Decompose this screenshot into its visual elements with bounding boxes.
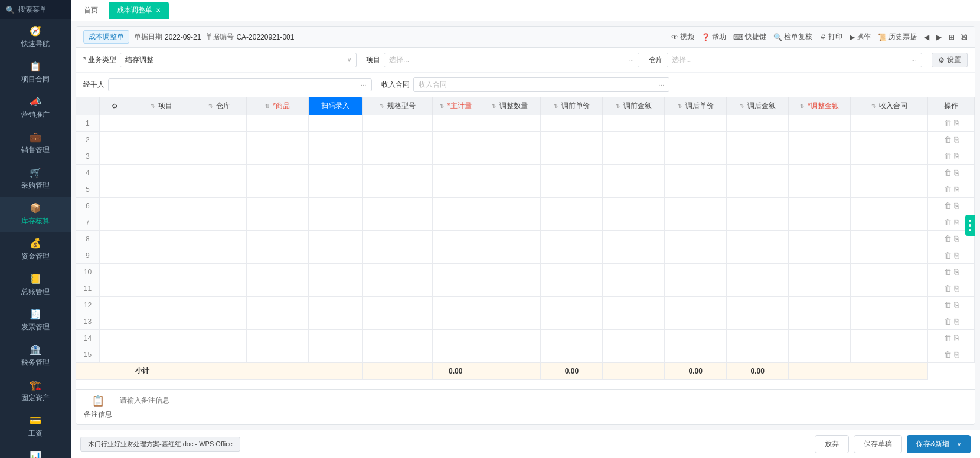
table-cell[interactable] xyxy=(479,115,541,132)
table-cell[interactable] xyxy=(541,181,603,198)
table-cell[interactable] xyxy=(727,148,789,165)
discard-button[interactable]: 放弃 xyxy=(815,435,849,453)
table-cell[interactable] xyxy=(603,148,665,165)
table-cell[interactable] xyxy=(192,148,247,165)
table-cell[interactable] xyxy=(99,297,130,313)
table-cell[interactable] xyxy=(192,280,247,297)
table-cell[interactable] xyxy=(603,165,665,181)
warehouse-input[interactable]: 选择... ··· xyxy=(667,53,922,67)
table-cell[interactable] xyxy=(727,198,789,214)
sidebar-item-ops-mgmt[interactable]: 📊 经营管理 xyxy=(0,444,71,458)
table-cell[interactable] xyxy=(789,181,851,198)
table-cell[interactable] xyxy=(432,181,479,198)
table-cell[interactable] xyxy=(665,115,727,132)
table-cell[interactable] xyxy=(603,214,665,231)
copy-row-icon[interactable]: ⎘ xyxy=(953,152,960,161)
delete-row-icon[interactable]: 🗑 xyxy=(943,317,953,326)
table-cell[interactable] xyxy=(362,214,432,231)
table-cell[interactable] xyxy=(479,313,541,330)
table-cell[interactable] xyxy=(603,330,665,346)
table-cell[interactable] xyxy=(479,346,541,363)
table-cell[interactable] xyxy=(479,198,541,214)
prev-action-btn[interactable]: ◀ xyxy=(924,33,929,41)
table-wrapper[interactable]: ⚙ ⇅ 项目 ⇅ 仓库 ⇅ xyxy=(76,97,975,389)
help-action-btn[interactable]: ❓ 帮助 xyxy=(701,32,726,42)
table-cell[interactable] xyxy=(789,115,851,132)
table-cell[interactable] xyxy=(479,132,541,148)
table-cell[interactable] xyxy=(665,214,727,231)
delete-row-icon[interactable]: 🗑 xyxy=(943,333,953,342)
table-cell[interactable] xyxy=(603,198,665,214)
delete-row-icon[interactable]: 🗑 xyxy=(943,218,953,227)
table-cell[interactable] xyxy=(308,165,362,181)
table-cell[interactable] xyxy=(665,231,727,247)
table-cell[interactable] xyxy=(603,346,665,363)
table-cell[interactable] xyxy=(603,280,665,297)
table-cell[interactable] xyxy=(99,346,130,363)
table-cell[interactable] xyxy=(603,247,665,264)
table-cell[interactable] xyxy=(727,214,789,231)
table-cell[interactable] xyxy=(99,181,130,198)
warehouse-col-header[interactable]: ⇅ 仓库 xyxy=(192,97,247,115)
copy-row-icon[interactable]: ⎘ xyxy=(953,168,960,177)
table-cell[interactable] xyxy=(247,165,309,181)
income-contract-col-header[interactable]: ⇅ 收入合同 xyxy=(851,97,928,115)
table-cell[interactable] xyxy=(130,132,192,148)
expand1-action-btn[interactable]: ⊞ xyxy=(949,33,955,41)
table-cell[interactable] xyxy=(99,148,130,165)
table-cell[interactable] xyxy=(541,264,603,280)
table-cell[interactable] xyxy=(130,181,192,198)
table-cell[interactable] xyxy=(665,280,727,297)
save-new-dropdown-arrow[interactable]: ∨ xyxy=(953,441,961,447)
table-cell[interactable] xyxy=(789,313,851,330)
table-cell[interactable] xyxy=(362,247,432,264)
sidebar-item-funds-mgmt[interactable]: 💰 资金管理 xyxy=(0,232,71,267)
save-draft-button[interactable]: 保存草稿 xyxy=(854,435,902,453)
table-cell[interactable] xyxy=(432,231,479,247)
sidebar-search[interactable]: 🔍 搜索菜单 xyxy=(0,0,71,19)
table-cell[interactable] xyxy=(479,231,541,247)
table-cell[interactable] xyxy=(362,198,432,214)
sidebar-item-fixed-assets[interactable]: 🏗️ 固定资产 xyxy=(0,374,71,409)
table-cell[interactable] xyxy=(130,231,192,247)
table-cell[interactable] xyxy=(479,165,541,181)
table-cell[interactable] xyxy=(192,115,247,132)
table-cell[interactable] xyxy=(727,115,789,132)
table-cell[interactable] xyxy=(541,231,603,247)
delete-row-icon[interactable]: 🗑 xyxy=(943,284,953,293)
table-cell[interactable] xyxy=(192,346,247,363)
table-cell[interactable] xyxy=(432,115,479,132)
copy-row-icon[interactable]: ⎘ xyxy=(953,201,960,210)
table-cell[interactable] xyxy=(541,247,603,264)
table-cell[interactable] xyxy=(308,346,362,363)
table-cell[interactable] xyxy=(789,132,851,148)
table-cell[interactable] xyxy=(308,330,362,346)
table-cell[interactable] xyxy=(130,214,192,231)
table-cell[interactable] xyxy=(192,165,247,181)
table-cell[interactable] xyxy=(432,214,479,231)
table-cell[interactable] xyxy=(851,181,928,198)
print-action-btn[interactable]: 🖨 打印 xyxy=(819,32,842,42)
table-cell[interactable] xyxy=(432,330,479,346)
table-cell[interactable] xyxy=(99,231,130,247)
table-cell[interactable] xyxy=(541,198,603,214)
table-cell[interactable] xyxy=(851,297,928,313)
next-action-btn[interactable]: ▶ xyxy=(936,33,942,41)
table-cell[interactable] xyxy=(130,330,192,346)
sidebar-item-payroll[interactable]: 💳 工资 xyxy=(0,409,71,444)
table-cell[interactable] xyxy=(851,132,928,148)
copy-row-icon[interactable]: ⎘ xyxy=(953,267,960,276)
tab-home[interactable]: 首页 xyxy=(76,2,106,19)
sidebar-item-sales-mgmt[interactable]: 💼 销售管理 xyxy=(0,126,71,161)
table-cell[interactable] xyxy=(789,148,851,165)
copy-row-icon[interactable]: ⎘ xyxy=(953,333,960,342)
table-cell[interactable] xyxy=(130,297,192,313)
table-cell[interactable] xyxy=(308,198,362,214)
table-cell[interactable] xyxy=(362,165,432,181)
table-cell[interactable] xyxy=(308,313,362,330)
copy-row-icon[interactable]: ⎘ xyxy=(953,218,960,227)
table-cell[interactable] xyxy=(362,231,432,247)
scan-col-header[interactable]: 扫码录入 xyxy=(308,97,362,115)
table-cell[interactable] xyxy=(603,297,665,313)
business-type-input[interactable]: 结存调整 ∨ xyxy=(120,53,357,67)
